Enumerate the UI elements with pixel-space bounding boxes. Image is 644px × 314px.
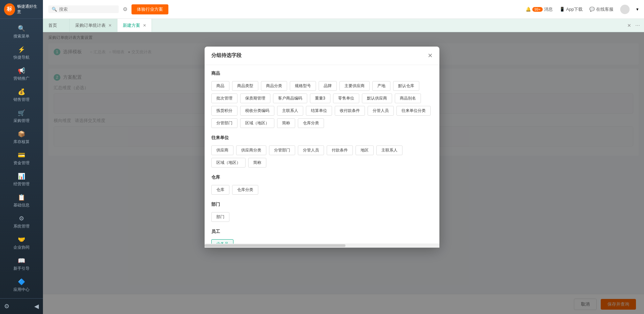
sidebar-item-label: 新手引导 [13,266,30,271]
sales-icon: 💰 [18,88,25,96]
modal-close-button[interactable]: ✕ [428,52,433,59]
field-chip-salesperson[interactable]: 业务员 [211,239,233,244]
field-chip-region[interactable]: 区域（地区） [240,118,274,128]
field-chip-default_supplier[interactable]: 默认供应商 [362,93,392,103]
field-chip-payment_terms2[interactable]: 付款条件 [327,145,353,155]
field-chip-manager[interactable]: 分管人员 [368,106,394,116]
field-chip-main_supplier[interactable]: 主要供应商 [339,81,370,91]
sidebar-item-purchase[interactable]: 🛒采购管理 [0,106,43,127]
sidebar-item-basic[interactable]: 📋基础信息 [0,190,43,211]
field-chip-tax_category_code[interactable]: 税收分类编码 [240,106,274,116]
sidebar-item-label: 库存核算 [13,139,30,145]
sidebar-item-stock[interactable]: 📦库存核算 [0,127,43,148]
field-chip-retail_unit[interactable]: 零售单位 [333,93,359,103]
sidebar-item-coop[interactable]: 🤝企业协同 [0,233,43,254]
section-title-counterparty: 往来单位 [211,135,433,142]
sidebar-bottom: ⚙ ◀ [0,298,43,314]
modal-header: 分组待选字段 ✕ [205,47,439,65]
collapse-icon[interactable]: ◀ [34,303,39,310]
field-chip-shelf_life_manage[interactable]: 保质期管理 [240,93,270,103]
user-menu-icon[interactable]: ▾ [636,7,639,12]
sidebar-item-label: 采购管理 [13,118,30,124]
field-chip-payment_terms[interactable]: 收付款条件 [335,106,365,116]
field-chip-short_name2[interactable]: 简称 [248,158,266,168]
online-service-item[interactable]: 💬 在线客服 [589,6,613,12]
notification-item[interactable]: 🔔 99+ 消息 [526,6,553,12]
sidebar-item-label: 销售管理 [13,97,30,103]
tab-close-purchase_stats[interactable]: ✕ [108,23,112,28]
field-chip-warehouse_category[interactable]: 仓库分类 [298,118,324,128]
sidebar-item-apps[interactable]: 🔷应用中心 [0,275,43,296]
tab-minimize-icon[interactable]: ✕ [627,23,631,28]
section-title-department: 部门 [211,201,433,209]
operation-icon: 📊 [18,173,25,180]
tab-new_plan[interactable]: 新建方案✕ [117,19,152,32]
sidebar-item-operation[interactable]: 📊经营管理 [0,169,43,190]
field-chip-default_warehouse[interactable]: 默认仓库 [393,81,419,91]
section-warehouse: 仓库仓库仓库分类 [211,174,433,195]
purchase-icon: 🛒 [18,109,25,117]
field-chip-manage_dept[interactable]: 分管部门 [211,118,237,128]
field-chip-origin[interactable]: 产地 [372,81,390,91]
field-chip-region_area[interactable]: 区域（地区） [211,158,246,168]
field-chip-short_name[interactable]: 简称 [277,118,295,128]
settings-icon[interactable]: ⚙ [4,303,9,310]
field-chip-manage_dept2[interactable]: 分管部门 [269,145,295,155]
search-input[interactable] [59,7,115,12]
system-icon: ⚙ [19,215,24,222]
field-chip-product[interactable]: 商品 [211,81,229,91]
sidebar-item-label: 企业协同 [13,245,30,250]
stock-icon: 📦 [18,130,25,138]
sidebar-item-wechat[interactable]: 💬企业微信 [0,296,43,298]
tab-purchase_stats[interactable]: 采购订单统计表✕ [70,19,117,32]
field-chip-supplier_category[interactable]: 供应商分类 [236,145,266,155]
sidebar-item-quick[interactable]: ⚡快捷导航 [0,43,43,64]
field-chip-warehouse_cat[interactable]: 仓库分类 [232,185,258,195]
finance-icon: 💳 [18,151,25,159]
field-chip-source_unit_category[interactable]: 往来单位分类 [396,106,431,116]
sidebar-item-label: 经营管理 [13,181,30,187]
field-chip-settlement_unit[interactable]: 结算单位 [306,106,332,116]
field-chip-main_contact[interactable]: 主联系人 [277,106,303,116]
field-chip-brand[interactable]: 品牌 [319,81,337,91]
trial-button[interactable]: 体验行业方案 [131,4,168,14]
field-chip-supplier[interactable]: 供应商 [211,145,233,155]
field-chip-main_contact2[interactable]: 主联系人 [376,145,402,155]
section-title-product: 商品 [211,70,433,78]
sidebar-item-search[interactable]: 🔍搜索菜单 [0,21,43,43]
sidebar-item-label: 快捷导航 [13,55,30,60]
field-chip-dept[interactable]: 部门 [211,212,229,222]
field-chip-warehouse[interactable]: 仓库 [211,185,229,195]
download-icon: 📱 [559,7,565,12]
field-chip-region2[interactable]: 地区 [356,145,374,155]
sidebar-item-marketing[interactable]: 📢营销推广 [0,64,43,85]
gear-icon[interactable]: ⚙ [123,6,127,12]
field-chip-product_category[interactable]: 商品分类 [261,81,287,91]
apps-icon: 🔷 [18,278,25,286]
header: 🔍 ⚙ 体验行业方案 🔔 99+ 消息 📱 App下载 💬 在线客服 ▾ [43,0,644,19]
field-chip-product_type[interactable]: 商品类型 [232,81,258,91]
field-chip-pick_score[interactable]: 拣货积分 [211,106,237,116]
app-download-item[interactable]: 📱 App下载 [559,6,583,12]
field-chip-manage_staff[interactable]: 分管人员 [298,145,324,155]
tab-close-new_plan[interactable]: ✕ [143,23,146,28]
field-chip-spec_model[interactable]: 规格型号 [290,81,316,91]
field-chip-customer_code[interactable]: 客户商品编码 [273,93,307,103]
horizontal-scrollbar[interactable] [205,244,439,248]
sidebar-item-label: 基础信息 [13,202,30,208]
sidebar-item-guide[interactable]: 📖新手引导 [0,254,43,275]
tab-home[interactable]: 首页 [43,19,70,32]
tab-expand-icon[interactable]: ⋯ [635,23,640,28]
avatar[interactable] [620,5,630,14]
section-counterparty: 往来单位供应商供应商分类分管部门分管人员付款条件地区主联系人区域（地区）简称 [211,135,433,168]
sidebar-item-finance[interactable]: 💳资金管理 [0,148,43,169]
field-chip-batch_manage[interactable]: 批次管理 [211,93,237,103]
coop-icon: 🤝 [18,236,25,243]
quick-icon: ⚡ [18,46,25,53]
field-chip-product_alias[interactable]: 商品别名 [395,93,421,103]
basic-icon: 📋 [18,194,25,201]
sidebar-item-sales[interactable]: 💰销售管理 [0,85,43,106]
section-product: 商品商品商品类型商品分类规格型号品牌主要供应商产地默认仓库批次管理保质期管理客户… [211,70,433,128]
sidebar-item-system[interactable]: ⚙系统管理 [0,211,43,233]
field-chip-weight3[interactable]: 重量3 [310,93,330,103]
